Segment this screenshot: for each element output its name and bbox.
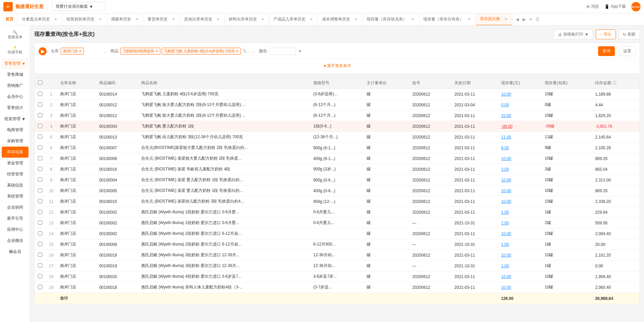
tab-close-icon[interactable]: ✕ (171, 17, 176, 21)
row-checkbox[interactable] (38, 253, 42, 257)
select-all-checkbox[interactable] (38, 80, 42, 85)
warehouse-selector[interactable]: 母婴行业演示账套 ▼ (52, 2, 106, 11)
nav-close-icon[interactable]: ✕ (527, 16, 534, 23)
row-checkbox[interactable] (38, 113, 42, 117)
tab-transfer-history[interactable]: 调拨单历史 ✕ (107, 13, 144, 25)
row-stock-main[interactable]: 10.00 (498, 153, 541, 164)
row-stock-main[interactable]: 10.00 (498, 175, 541, 185)
sidebar-item-basic[interactable]: 基础信息 (2, 180, 29, 191)
row-stock-main[interactable]: 1.00 (498, 261, 541, 271)
nav-menu-icon[interactable]: ☰ (534, 16, 541, 23)
row-checkbox[interactable] (38, 210, 42, 214)
filter-warehouse-tag[interactable]: 南岸门店 ✕ (61, 48, 84, 55)
filter-tag-close-icon[interactable]: ✕ (236, 49, 238, 53)
row-checkbox[interactable] (38, 231, 42, 235)
sidebar-item-guide[interactable]: 新手引导 (2, 213, 29, 224)
tab-stock-distribution[interactable]: 现存量（库存分布表） ✕ (419, 13, 476, 25)
row-stock-main[interactable]: 10.00 (498, 110, 541, 121)
tab-close-icon[interactable]: ✕ (309, 17, 314, 21)
sidebar-item-purchase[interactable]: 采购管理 (2, 136, 29, 147)
filter-tag-close-icon[interactable]: ✕ (79, 49, 82, 53)
tab-assembly-history[interactable]: 组装拆卸单历史 ✕ (62, 13, 107, 25)
row-stock-main[interactable]: 10.00 (498, 250, 541, 261)
tab-inventory-history[interactable]: 分量盘点单历史 ✕ (18, 13, 62, 25)
tab-cost-adjust-history[interactable]: 成本调整单历史 ✕ (318, 13, 363, 25)
sidebar-item-member2[interactable]: 畅会员 (2, 246, 29, 257)
sidebar-item-retail-mall[interactable]: 零售商城 (2, 69, 29, 80)
row-stock-main[interactable]: 10.00 (498, 89, 541, 100)
tab-close-icon[interactable]: ✕ (53, 17, 58, 21)
row-checkbox[interactable] (38, 242, 42, 246)
sidebar-search[interactable]: 🔍 搜索菜单 (2, 28, 29, 42)
row-stock-main[interactable]: 10.00 (498, 185, 541, 196)
sidebar-item-member[interactable]: 会员中心 (2, 91, 29, 102)
tab-close-icon[interactable]: ✕ (98, 17, 103, 21)
row-stock-main[interactable]: 10.00 (498, 228, 541, 239)
sidebar-item-finance[interactable]: 资金管理 (2, 158, 29, 169)
tab-other-outbound-history[interactable]: 其他出库单历史 ✕ (180, 13, 225, 25)
tab-material-outbound-history[interactable]: 材料出库单历史 ✕ (225, 13, 269, 25)
row-checkbox[interactable] (38, 102, 42, 107)
row-checkbox[interactable] (38, 92, 42, 96)
query-button[interactable]: 查询 (598, 46, 615, 56)
sidebar-item-enterprise[interactable]: 企业协同 (2, 202, 29, 213)
sidebar-item-system[interactable]: 系统管理 (2, 191, 29, 202)
tab-requisition-history[interactable]: 要货单历史 ✕ (144, 13, 180, 25)
template-print-button[interactable]: 🖨 按模板打印 ▼ (553, 30, 593, 39)
tab-close-icon[interactable]: ✕ (354, 17, 358, 21)
row-stock-main[interactable]: 10.00 (498, 282, 541, 293)
row-stock-main[interactable]: 1.00 (498, 207, 541, 218)
row-stock-main[interactable]: 0.00 (498, 100, 541, 110)
sidebar-item-wholesale[interactable]: 批发管理 ▼ (2, 113, 29, 124)
filter-product-tag-0[interactable]: 飞鹤奶粉3段两提装 ✕ (120, 48, 160, 55)
sidebar-item-retail[interactable]: 零售管理 ▼ (2, 58, 29, 69)
sidebar-item-inventory[interactable]: 库存核算 (2, 147, 29, 158)
filter-expand-toggle[interactable]: ▼ 展开更多条件 (39, 62, 636, 70)
tab-close-icon[interactable]: ✕ (260, 17, 265, 21)
refresh-button[interactable]: ↻ 刷新 (619, 30, 640, 39)
sidebar-item-marketing[interactable]: 营销推广 (2, 80, 29, 91)
row-stock-main[interactable]: 2.00 (498, 218, 541, 228)
row-checkbox[interactable] (38, 177, 42, 182)
row-checkbox[interactable] (38, 156, 42, 160)
row-checkbox[interactable] (38, 188, 42, 193)
row-checkbox[interactable] (38, 135, 42, 139)
nav-next-arrow[interactable]: ▶ (521, 16, 527, 23)
message-button[interactable]: ✉ 消息 (586, 4, 599, 9)
tab-close-icon[interactable]: ✕ (135, 17, 139, 21)
sidebar-item-operations[interactable]: 经营管理 (2, 169, 29, 180)
tab-close-icon[interactable]: ✕ (216, 17, 220, 21)
row-stock-main[interactable]: 3.00 (498, 164, 541, 175)
row-checkbox[interactable] (38, 199, 42, 203)
tab-home[interactable]: 首页 (1, 13, 18, 25)
row-checkbox[interactable] (38, 285, 42, 289)
app-download-button[interactable]: 📱 App下载 (604, 4, 626, 9)
tab-stock-status[interactable]: 现存量（库存状况表） ✕ (363, 13, 419, 25)
filter-tag-close-icon[interactable]: ✕ (155, 49, 158, 53)
row-checkbox[interactable] (38, 167, 42, 171)
filter-product-tag-1[interactable]: 飞鹤星飞帆 儿童奶粉 4段(3-6岁适用) 700克 ✕ (162, 48, 241, 55)
row-checkbox[interactable] (38, 263, 42, 268)
row-checkbox[interactable] (38, 220, 42, 225)
row-stock-main[interactable]: 10.00 (498, 196, 541, 207)
row-stock-main[interactable]: 1.00 (498, 239, 541, 250)
row-stock-main[interactable]: 9.00 (498, 143, 541, 153)
sidebar-quick-nav[interactable]: ⚡ 快捷导航 (2, 43, 29, 57)
row-stock-main[interactable]: 11.00 (498, 132, 541, 143)
sidebar-item-enterprise-wechat[interactable]: 企业微信 (2, 235, 29, 246)
tab-close-icon[interactable]: ✕ (410, 17, 415, 21)
row-checkbox[interactable] (38, 124, 42, 128)
sidebar-item-retail-stats[interactable]: 零售统计 (2, 102, 29, 113)
sidebar-item-ecommerce[interactable]: 电商管理 (2, 124, 29, 136)
row-stock-main[interactable]: 10.00 (498, 271, 541, 282)
row-stock-main[interactable]: -39.00 (498, 121, 541, 132)
settings-button[interactable]: 设置 (619, 46, 636, 56)
sidebar-item-app-center[interactable]: 应用中心 (2, 224, 29, 235)
row-checkbox[interactable] (38, 274, 42, 278)
tab-product-inbound-history[interactable]: 产成品入库单历史 ✕ (269, 13, 318, 25)
tab-close-icon[interactable]: ✕ (467, 17, 472, 21)
color-filter-input[interactable] (269, 48, 296, 55)
nav-prev-arrow[interactable]: ◀ (514, 16, 521, 23)
row-checkbox[interactable] (38, 145, 42, 150)
tab-batch-ledger[interactable]: 库存批次账 ✕ (476, 13, 513, 25)
